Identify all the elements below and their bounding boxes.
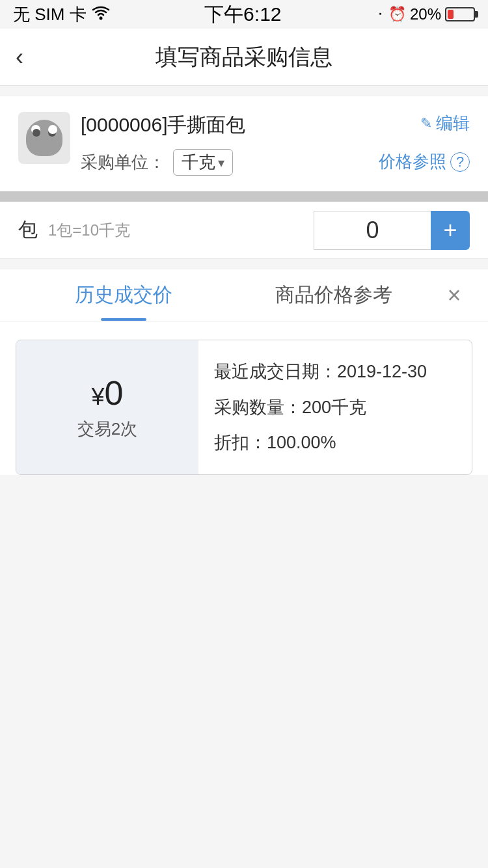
quantity-label: 采购数量：	[214, 398, 302, 417]
status-right: ⬝ ⏰ 20%	[376, 5, 475, 23]
price-value: 0	[105, 374, 124, 412]
recent-date-row: 最近成交日期：2019-12-30	[214, 359, 456, 385]
recent-date-label: 最近成交日期：	[214, 362, 337, 381]
yen-symbol: ¥	[92, 383, 105, 410]
product-left: [0000006]手撕面包 采购单位： 千克 ▾	[18, 112, 245, 176]
price-ref-button[interactable]: 价格参照 ?	[379, 150, 470, 173]
product-header: [0000006]手撕面包 采购单位： 千克 ▾ ✎ 编辑 价格参照 ?	[18, 112, 470, 176]
svg-point-0	[99, 16, 102, 20]
status-time: 下午6:12	[204, 1, 281, 28]
quantity-left: 包 1包=10千克	[18, 217, 130, 243]
edit-label: 编辑	[436, 112, 470, 135]
chevron-down-icon: ▾	[218, 155, 224, 170]
tab-header: 历史成交价 商品价格参考 ×	[0, 269, 488, 321]
product-image	[18, 112, 70, 164]
product-card: [0000006]手撕面包 采购单位： 千克 ▾ ✎ 编辑 价格参照 ?	[0, 96, 488, 191]
price-display: ¥0	[92, 373, 124, 413]
content-area	[0, 493, 488, 869]
discount-value: 100.00%	[267, 433, 336, 452]
section-divider	[0, 191, 488, 202]
tab2-label: 商品价格参考	[275, 282, 392, 308]
edit-button[interactable]: ✎ 编辑	[420, 112, 470, 135]
quantity-val: 200千克	[302, 398, 366, 417]
price-card-left: ¥0 交易2次	[16, 340, 198, 474]
status-bar: 无 SIM 卡 下午6:12 ⬝ ⏰ 20%	[0, 0, 488, 29]
battery-icon	[445, 7, 475, 21]
back-button[interactable]: ‹	[16, 44, 23, 71]
tab-active-indicator	[101, 318, 146, 321]
battery-percent: 20%	[410, 5, 441, 23]
quantity-unit: 包	[18, 217, 38, 243]
location-icon: ⬝	[376, 6, 385, 23]
unit-value: 千克	[182, 151, 215, 174]
quantity-right: 0 +	[314, 211, 470, 250]
product-name: [0000006]手撕面包	[81, 112, 245, 139]
alarm-icon: ⏰	[388, 6, 406, 23]
quantity-input[interactable]: 0	[314, 211, 431, 250]
product-unit-row: 采购单位： 千克 ▾	[81, 149, 245, 176]
tab-history-price[interactable]: 历史成交价	[18, 269, 228, 321]
tab-product-price[interactable]: 商品价格参考	[228, 269, 439, 321]
price-card-right: 最近成交日期：2019-12-30 采购数量：200千克 折扣：100.00%	[198, 340, 472, 474]
purchase-quantity-row: 采购数量：200千克	[214, 394, 456, 421]
discount-label: 折扣：	[214, 433, 267, 452]
unit-label: 采购单位：	[81, 151, 165, 174]
transaction-count: 交易2次	[77, 418, 137, 441]
tab1-label: 历史成交价	[75, 282, 172, 308]
recent-date-value: 2019-12-30	[337, 362, 427, 381]
quantity-row: 包 1包=10千克 0 +	[0, 202, 488, 259]
product-thumbnail	[26, 120, 62, 156]
edit-icon: ✎	[420, 115, 432, 132]
quantity-value: 0	[366, 217, 379, 244]
carrier-text: 无 SIM 卡	[13, 3, 87, 26]
status-left: 无 SIM 卡	[13, 3, 110, 26]
tab-close-button[interactable]: ×	[439, 280, 470, 311]
nav-bar: ‹ 填写商品采购信息	[0, 29, 488, 86]
wifi-icon	[92, 5, 110, 25]
product-info: [0000006]手撕面包 采购单位： 千克 ▾	[81, 112, 245, 176]
help-icon: ?	[450, 152, 470, 172]
unit-dropdown[interactable]: 千克 ▾	[173, 149, 233, 176]
quantity-sublabel: 1包=10千克	[48, 220, 130, 241]
page-title: 填写商品采购信息	[156, 42, 332, 72]
quantity-plus-button[interactable]: +	[431, 211, 470, 250]
tab-section: 历史成交价 商品价格参考 × ¥0 交易2次 最近成交日期：2019-12-30…	[0, 269, 488, 475]
price-ref-label: 价格参照	[379, 150, 446, 173]
price-card: ¥0 交易2次 最近成交日期：2019-12-30 采购数量：200千克 折扣：…	[16, 340, 472, 475]
battery-fill	[448, 10, 454, 19]
discount-row: 折扣：100.00%	[214, 429, 456, 456]
